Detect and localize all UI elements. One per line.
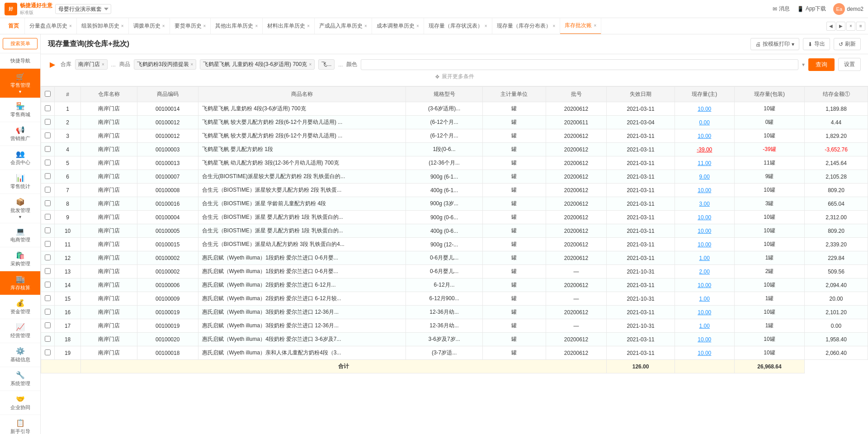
row-stock[interactable]: 9.00 <box>675 170 734 184</box>
row-checkbox[interactable] <box>45 214 51 220</box>
row-checkbox[interactable] <box>45 146 51 152</box>
tab-cailiaochu-close[interactable]: × <box>307 24 310 28</box>
tab-zuchai-close[interactable]: × <box>121 24 124 28</box>
tab-xianzaikucun1[interactable]: 现存量（库存状况表）× <box>424 18 492 34</box>
goods-more[interactable]: ... <box>338 61 343 68</box>
row-checkbox[interactable] <box>45 173 51 179</box>
filter-expand-btn[interactable]: ▶ <box>48 60 57 69</box>
refresh-btn[interactable]: ↺ 刷新 <box>834 38 861 50</box>
sidebar-item-retail-shop[interactable]: 🏪 零售商城 <box>0 98 40 122</box>
tab-next-btn[interactable]: ▶ <box>836 22 845 31</box>
row-stock[interactable]: -39.00 <box>675 143 734 156</box>
tab-xianzaikucun1-close[interactable]: × <box>485 24 487 28</box>
row-stock[interactable]: 10.00 <box>675 278 734 292</box>
warehouse-tag-remove[interactable]: × <box>102 62 104 67</box>
setting-btn[interactable]: 设置 <box>838 58 861 71</box>
select-all-checkbox[interactable] <box>45 91 51 97</box>
tab-xianzaikucun2[interactable]: 现存量（库存分布表）× <box>492 18 561 34</box>
quick-nav-btn[interactable]: 快捷导航 <box>0 55 40 66</box>
row-stock[interactable]: 11.00 <box>675 156 734 170</box>
tab-fenpan-close[interactable]: × <box>69 24 72 28</box>
row-checkbox[interactable] <box>45 105 51 111</box>
row-stock[interactable]: 2.00 <box>675 265 734 278</box>
row-stock[interactable]: 10.00 <box>675 184 734 197</box>
tab-pici-close[interactable]: × <box>594 23 596 28</box>
sidebar-item-purchase[interactable]: 🛍️ 采购管理 <box>0 247 40 271</box>
row-stock[interactable]: 10.00 <box>675 238 734 251</box>
tab-more-btn[interactable]: ≡ <box>856 22 865 31</box>
row-checkbox[interactable] <box>45 187 51 193</box>
search-menu-btn[interactable]: 搜索英单 <box>3 38 38 49</box>
sidebar-item-marketing[interactable]: 📢 营销推广 <box>0 122 40 146</box>
tab-cailiaochu[interactable]: 材料出库单历史× <box>263 18 315 34</box>
row-checkbox[interactable] <box>45 227 51 233</box>
row-stock[interactable]: 10.00 <box>675 333 734 346</box>
row-checkbox[interactable] <box>45 119 51 125</box>
query-btn[interactable]: 查询 <box>808 58 835 71</box>
sidebar-item-business[interactable]: 📈 经营管理 <box>0 319 40 343</box>
tab-home[interactable]: 首页 <box>3 18 25 34</box>
row-stock[interactable]: 0.00 <box>675 116 734 129</box>
template-print-btn[interactable]: 🖨 按模板打印 ▾ <box>750 38 799 50</box>
row-checkbox[interactable] <box>45 349 51 355</box>
tab-tiaobo[interactable]: 调拨单历史× <box>129 18 170 34</box>
row-stock[interactable]: 10.00 <box>675 211 734 224</box>
row-checkbox[interactable] <box>45 309 51 315</box>
goods-tag-2-remove[interactable]: × <box>309 62 311 67</box>
message-btn[interactable]: ✉ 消息 <box>773 5 790 13</box>
tab-zuchai[interactable]: 组装拆卸单历史× <box>77 18 129 34</box>
sidebar-item-guide[interactable]: 📋 新手引导 <box>0 415 40 434</box>
sidebar-item-ecommerce[interactable]: 💻 电商管理 <box>0 223 40 247</box>
tab-chengbendan[interactable]: 成本调整单历史× <box>372 18 424 34</box>
row-checkbox[interactable] <box>45 255 51 260</box>
tab-qitachuku-close[interactable]: × <box>255 24 258 28</box>
sidebar-item-enterprise[interactable]: 🤝 企业协同 <box>0 391 40 415</box>
tab-tiaobo-close[interactable]: × <box>162 24 165 28</box>
tab-prev-btn[interactable]: ◀ <box>826 22 835 31</box>
sidebar-item-inventory[interactable]: 🏬 库存核算 <box>0 271 40 295</box>
sidebar-item-basic[interactable]: ⚙️ 基础信息 <box>0 343 40 367</box>
goods-tag-1-remove[interactable]: × <box>191 62 193 67</box>
sidebar-item-retail-mgmt[interactable]: 🛒 零售管理 ▼ <box>0 69 40 98</box>
tab-close-btn[interactable]: × <box>846 22 855 31</box>
row-stock[interactable]: 10.00 <box>675 102 734 116</box>
tab-yaohuo-close[interactable]: × <box>203 24 206 28</box>
row-checkbox[interactable] <box>45 336 51 342</box>
tab-qitachuku[interactable]: 其他出库单历史× <box>211 18 263 34</box>
sidebar-item-system[interactable]: 🔧 系统管理 <box>0 367 40 391</box>
row-checkbox[interactable] <box>45 268 51 274</box>
sidebar-item-finance[interactable]: 💰 资金管理 <box>0 295 40 319</box>
row-stock[interactable]: 1.00 <box>675 251 734 265</box>
tab-chengbendan-close[interactable]: × <box>416 24 419 28</box>
row-checkbox[interactable] <box>45 132 51 138</box>
sidebar-item-retail-stats[interactable]: 📊 零售统计 <box>0 170 40 194</box>
expand-more-btn[interactable]: ❖ 展开更多条件 <box>435 73 474 80</box>
row-stock[interactable]: 1.00 <box>675 319 734 333</box>
tab-fenpan[interactable]: 分量盘点单历史× <box>25 18 77 34</box>
row-checkbox[interactable] <box>45 295 51 301</box>
tab-yaohuo[interactable]: 要货单历史× <box>170 18 211 34</box>
color-dropdown-icon[interactable]: ▾ <box>802 61 805 68</box>
row-stock[interactable]: 1.00 <box>675 292 734 306</box>
tab-chanpinruku[interactable]: 产成品入库单历史× <box>315 18 372 34</box>
row-checkbox[interactable] <box>45 241 51 247</box>
row-checkbox[interactable] <box>45 322 51 328</box>
tab-xianzaikucun2-close[interactable]: × <box>553 24 556 28</box>
user-area[interactable]: Ea demo2 <box>833 3 863 15</box>
warehouse-more[interactable]: ... <box>111 61 116 68</box>
tab-pici[interactable]: 库存批次账× <box>560 18 601 34</box>
sidebar-item-wholesale[interactable]: 📦 批发管理 ▼ <box>0 194 40 223</box>
account-select[interactable]: 母婴行业演示账套 <box>55 4 111 14</box>
row-checkbox[interactable] <box>45 160 51 165</box>
sidebar-item-member[interactable]: 👥 会员中心 <box>0 146 40 170</box>
color-input[interactable] <box>361 59 798 70</box>
row-stock[interactable]: 10.00 <box>675 129 734 143</box>
export-btn[interactable]: ⬇ 导出 <box>803 38 830 50</box>
row-stock[interactable]: 3.00 <box>675 197 734 211</box>
row-stock[interactable]: 10.00 <box>675 346 734 360</box>
app-download-btn[interactable]: 📱 App下载 <box>797 5 826 13</box>
row-checkbox[interactable] <box>45 282 51 288</box>
row-stock[interactable]: 10.00 <box>675 224 734 238</box>
row-checkbox[interactable] <box>45 200 51 206</box>
tab-chanpinruku-close[interactable]: × <box>364 24 367 28</box>
